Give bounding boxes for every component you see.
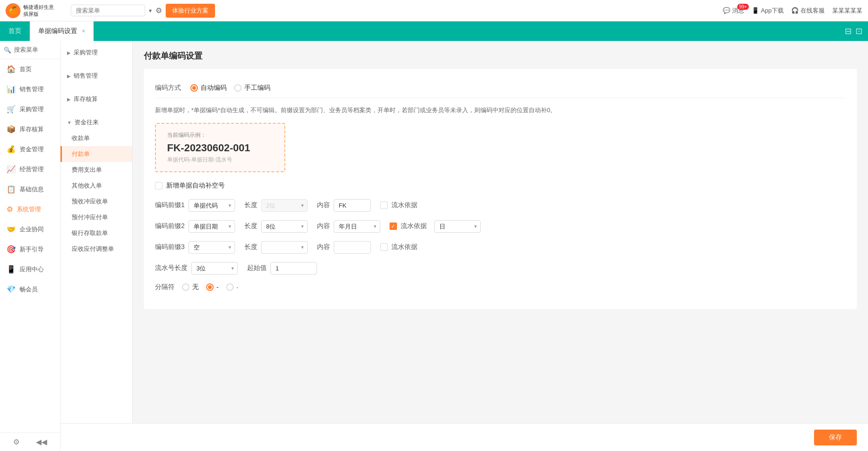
- online-service-button[interactable]: 🎧 在线客服: [791, 7, 825, 15]
- prefix2-content-label: 内容: [317, 222, 330, 230]
- prefix3-row: 编码前缀3 空 部门 业务员 长度: [155, 241, 846, 254]
- prefix1-length-field: 长度 2位: [244, 199, 308, 212]
- headset-icon: 🎧: [791, 7, 799, 14]
- search-input[interactable]: [71, 5, 145, 16]
- topbar: 🍊 畅捷通好生意 插屏版 ▾ ⚙ 体验行业方案 💬 消息 99+ 📱 App下载…: [0, 0, 868, 21]
- code-preview-title: 当前编码示例：: [167, 131, 273, 139]
- code-preview-box: 当前编码示例： FK-20230602-001 单据代码-单据日期-流水号: [155, 123, 285, 172]
- serial-length-select[interactable]: 3位 4位 5位: [191, 262, 238, 275]
- collapse-icon[interactable]: ◀◀: [36, 438, 47, 446]
- prefix2-length-field: 长度 8位 6位 4位: [244, 220, 308, 233]
- prefix2-length-select[interactable]: 8位 6位 4位: [261, 220, 308, 233]
- sub-item-prepay-receivable[interactable]: 预收冲应收单: [61, 194, 132, 209]
- sub-item-other-income[interactable]: 其他收入单: [61, 178, 132, 194]
- purchase-icon: 🛒: [7, 105, 16, 114]
- radio-manual-code[interactable]: 手工编码: [234, 84, 270, 92]
- prefix2-row: 编码前缀2 单据日期 部门 业务员 长度 8位 6位: [155, 220, 846, 233]
- trial-button[interactable]: 体验行业方案: [166, 4, 215, 18]
- prefix3-serial-label: 流水依据: [391, 243, 417, 251]
- prefix2-length-label: 长度: [244, 222, 257, 230]
- sidebar-item-cooperation[interactable]: 🤝 企业协同: [0, 219, 60, 239]
- nav-tabs: 首页 单据编码设置 × ⊟ ⊡: [0, 21, 868, 41]
- expand-icon[interactable]: ⊟: [845, 26, 852, 36]
- messages-button[interactable]: 💬 消息 99+: [723, 7, 744, 15]
- member-icon: 💎: [7, 285, 16, 294]
- gear-icon[interactable]: ⚙: [155, 6, 162, 15]
- prefix1-content-input[interactable]: [334, 199, 371, 212]
- prefix2-length-wrapper: 8位 6位 4位: [261, 220, 308, 233]
- sub-group-inventory-title[interactable]: ▶ 库存核算: [61, 91, 132, 107]
- prefix3-length-select[interactable]: [261, 241, 308, 254]
- sidebar-item-member[interactable]: 💎 畅会员: [0, 279, 60, 299]
- sidebar-item-sales[interactable]: 📊 销售管理: [0, 79, 60, 99]
- sub-item-payment[interactable]: 付款单: [61, 146, 132, 162]
- radio-group-encoding: 自动编码 手工编码: [190, 84, 270, 92]
- tab-home[interactable]: 首页: [0, 21, 30, 41]
- save-button[interactable]: 保存: [814, 430, 857, 445]
- separator-row: 分隔符 无 - ·: [155, 283, 846, 291]
- prefix3-content-field: 内容: [317, 241, 371, 254]
- sidebar-item-guide[interactable]: 🎯 新手引导: [0, 239, 60, 259]
- sidebar-search[interactable]: 🔍 搜索菜单: [0, 41, 60, 59]
- app-download-button[interactable]: 📱 App下载: [752, 7, 784, 15]
- prefix3-content-input[interactable]: [334, 241, 371, 254]
- sub-item-prepay-payable[interactable]: 预付冲应付单: [61, 209, 132, 225]
- arrow-right-icon: ▶: [67, 97, 71, 102]
- tab-close-icon[interactable]: ×: [82, 28, 85, 34]
- prefix1-serial-field: 流水依据: [380, 201, 417, 209]
- prefix1-length-select: 2位: [261, 199, 308, 212]
- auto-fill-row: 新增单据自动补空号: [155, 182, 846, 190]
- user-profile[interactable]: 某某某某某: [832, 7, 862, 15]
- sub-group-purchase-title[interactable]: ▶ 采购管理: [61, 45, 132, 61]
- sidebar-item-finance[interactable]: 💰 资金管理: [0, 139, 60, 159]
- prefix1-label: 编码前缀1: [155, 201, 185, 209]
- prefix3-serial-checkbox[interactable]: [380, 243, 388, 251]
- prefix2-serial-unit-select[interactable]: 日 月 年: [434, 220, 481, 233]
- sub-item-bank[interactable]: 银行存取款单: [61, 225, 132, 241]
- prefix2-serial-field: ✓ 流水依据 日 月 年: [390, 220, 481, 233]
- sub-group-funds-title[interactable]: ▼ 资金往来: [61, 114, 132, 130]
- separator-dot-radio[interactable]: ·: [226, 283, 238, 291]
- encoding-method-row: 编码方式 自动编码 手工编码: [155, 78, 846, 98]
- sub-item-adjustment[interactable]: 应收应付调整单: [61, 241, 132, 257]
- code-preview-value: FK-20230602-001: [167, 142, 273, 154]
- prefix1-content-field: 内容: [317, 199, 371, 212]
- prefix3-length-field: 长度: [244, 241, 308, 254]
- sidebar-item-app-center[interactable]: 📱 应用中心: [0, 259, 60, 279]
- logo: 🍊 畅捷通好生意 插屏版: [6, 3, 66, 18]
- prefix2-serial-label: 流水依据: [401, 222, 427, 230]
- dropdown-arrow-icon[interactable]: ▾: [149, 7, 152, 14]
- radio-auto-code[interactable]: 自动编码: [190, 84, 227, 92]
- sub-group-sales-title[interactable]: ▶ 销售管理: [61, 68, 132, 84]
- sidebar-item-management[interactable]: 📈 经营管理: [0, 159, 60, 179]
- prefix1-select[interactable]: 单据代码 部门 业务员: [188, 199, 235, 212]
- sub-item-receipt[interactable]: 收款单: [61, 130, 132, 146]
- auto-fill-checkbox[interactable]: [155, 182, 162, 189]
- sub-item-expense[interactable]: 费用支出单: [61, 162, 132, 178]
- start-value-input[interactable]: [270, 262, 317, 275]
- separator-none-circle: [182, 283, 189, 291]
- inventory-icon: 📦: [7, 125, 16, 134]
- separator-dash-circle: [206, 283, 214, 291]
- prefix2-serial-checkbox[interactable]: ✓: [390, 222, 397, 230]
- prefix3-select[interactable]: 空 部门 业务员: [188, 241, 235, 254]
- sidebar-item-inventory[interactable]: 📦 库存核算: [0, 119, 60, 139]
- sidebar-item-purchase[interactable]: 🛒 采购管理: [0, 99, 60, 119]
- sidebar-item-basic-info[interactable]: 📋 基础信息: [0, 179, 60, 199]
- prefix3-content-label: 内容: [317, 243, 330, 251]
- maximize-icon[interactable]: ⊡: [855, 26, 862, 36]
- settings-bottom-icon[interactable]: ⚙: [13, 438, 20, 446]
- separator-none-radio[interactable]: 无: [182, 283, 199, 291]
- prefix2-select[interactable]: 单据日期 部门 业务员: [188, 220, 235, 233]
- tab-encoding-settings[interactable]: 单据编码设置 ×: [30, 21, 94, 41]
- prefix2-content-select[interactable]: 年月日 年月 年: [334, 220, 380, 233]
- start-value-label: 起始值: [247, 264, 267, 272]
- separator-dash-radio[interactable]: -: [206, 283, 219, 291]
- prefix1-length-wrapper: 2位: [261, 199, 308, 212]
- prefix1-serial-checkbox[interactable]: [380, 202, 388, 209]
- sidebar-item-system[interactable]: ⚙ 系统管理: [0, 199, 60, 219]
- sidebar-item-home[interactable]: 🏠 首页: [0, 59, 60, 79]
- code-preview-sub: 单据代码-单据日期-流水号: [167, 156, 273, 164]
- search-icon: 🔍: [4, 47, 11, 54]
- encoding-method-label: 编码方式: [155, 84, 181, 92]
